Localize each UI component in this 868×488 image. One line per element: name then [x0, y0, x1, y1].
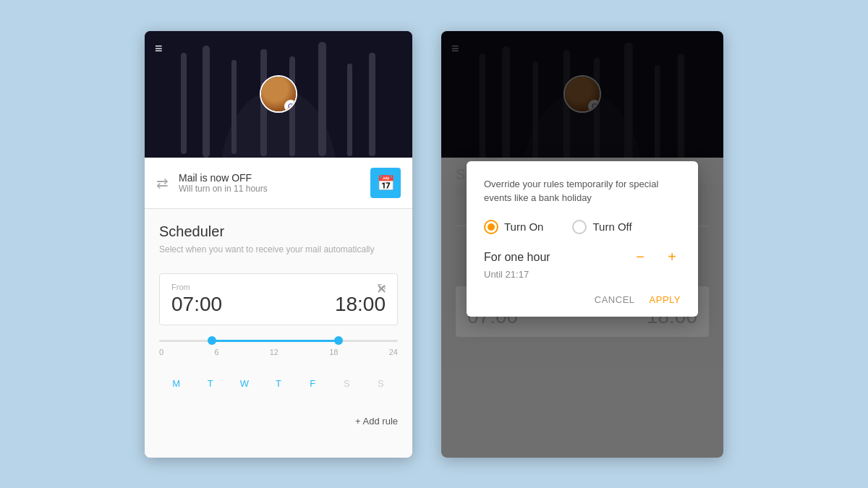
slider-thumb-to[interactable] [334, 336, 343, 345]
until-text: Until 21:17 [484, 269, 681, 280]
slider-track-left[interactable] [159, 340, 398, 342]
google-badge-left: G [284, 100, 297, 113]
notif-text: Mail is now OFF Will turn on in 11 hours [179, 172, 268, 194]
from-label: From [171, 283, 190, 291]
sync-off-icon: ⇄ [156, 174, 169, 192]
close-button-left[interactable]: ✕ [376, 281, 387, 297]
content-area-left: Scheduler Select when you want to receiv… [145, 209, 412, 458]
slider-label-24: 24 [389, 348, 398, 356]
apply-button[interactable]: APPLY [650, 294, 681, 305]
day-thursday[interactable]: T [267, 372, 290, 395]
scheduler-section: Scheduler Select when you want to receiv… [145, 209, 412, 273]
menu-icon-left[interactable]: ≡ [155, 41, 163, 56]
duration-text: For one hour [484, 251, 550, 264]
left-phone-panel: ≡ G ⇄ Mail is now OFF Will turn on in 11… [145, 31, 412, 458]
radio-row: Turn On Turn Off [484, 220, 681, 234]
turn-on-label: Turn On [504, 221, 543, 233]
duration-controls: − + [631, 249, 681, 266]
turn-off-label: Turn Off [592, 221, 631, 233]
google-g-icon: G [288, 102, 294, 111]
scheduler-subtitle: Select when you want to receive your mai… [159, 244, 398, 254]
time-picker-left: From To 07:00 18:00 ✕ [159, 273, 398, 325]
right-phone-panel: ≡ G Scheduler Select when you want to re… [441, 31, 723, 458]
turn-off-option[interactable]: Turn Off [572, 220, 631, 234]
slider-label-12: 12 [270, 348, 278, 356]
override-dialog: Override your rules temporarily for spec… [467, 161, 698, 317]
slider-container-left: 0 6 12 18 24 [145, 325, 412, 365]
from-time[interactable]: 07:00 [171, 293, 222, 316]
add-rule-row: + Add rule [145, 407, 412, 435]
turn-on-option[interactable]: Turn On [484, 220, 543, 234]
slider-label-6: 6 [214, 348, 218, 356]
avatar-left: G [260, 75, 297, 113]
day-sunday[interactable]: S [369, 372, 392, 395]
days-row-left: M T W T F S S [145, 365, 412, 407]
dialog-description: Override your rules temporarily for spec… [484, 177, 681, 205]
times-row-left: 07:00 18:00 [171, 293, 386, 316]
day-monday[interactable]: M [165, 372, 188, 395]
cancel-button[interactable]: CANCEL [595, 294, 635, 305]
slider-thumb-from[interactable] [208, 336, 216, 345]
decrement-button[interactable]: − [631, 249, 649, 266]
turn-on-radio[interactable] [484, 220, 498, 234]
calendar-icon: 📅 [377, 174, 395, 192]
scheduler-title: Scheduler [159, 223, 398, 240]
slider-label-18: 18 [329, 348, 338, 356]
calendar-button[interactable]: 📅 [370, 168, 401, 198]
dialog-actions: CANCEL APPLY [484, 294, 681, 305]
slider-fill-left [212, 340, 339, 342]
notif-left: ⇄ Mail is now OFF Will turn on in 11 hou… [156, 172, 268, 194]
notif-title: Mail is now OFF [179, 172, 268, 184]
turn-off-radio[interactable] [572, 220, 587, 234]
duration-row: For one hour − + [484, 249, 681, 266]
add-rule-button[interactable]: + Add rule [355, 416, 398, 427]
day-wednesday[interactable]: W [233, 372, 256, 395]
increment-button[interactable]: + [663, 249, 681, 266]
day-friday[interactable]: F [301, 372, 324, 395]
day-tuesday[interactable]: T [199, 372, 222, 395]
notification-bar: ⇄ Mail is now OFF Will turn on in 11 hou… [145, 158, 412, 209]
dialog-overlay: Override your rules temporarily for spec… [441, 31, 723, 458]
time-labels-left: From To [171, 283, 386, 291]
day-saturday[interactable]: S [335, 372, 358, 395]
phone-header-left: ≡ G [145, 31, 412, 158]
avatar-container-left: G [260, 75, 297, 113]
notif-subtitle: Will turn on in 11 hours [179, 184, 268, 194]
slider-labels-left: 0 6 12 18 24 [159, 348, 398, 356]
slider-label-0: 0 [159, 348, 163, 356]
